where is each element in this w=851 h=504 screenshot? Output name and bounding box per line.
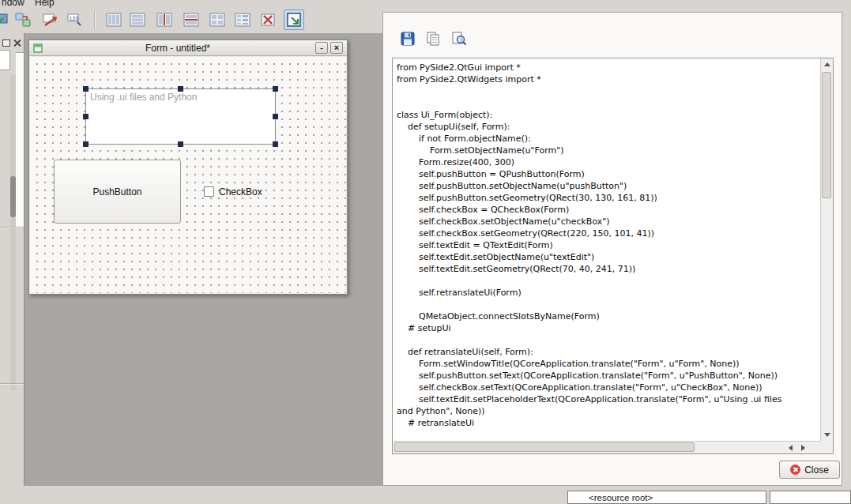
widget-box-dock-fragment	[0, 33, 24, 504]
scroll-left-icon[interactable]	[785, 442, 796, 453]
resize-handle[interactable]	[83, 86, 88, 92]
textedit-widget[interactable]: Using .ui files and Python	[85, 88, 276, 145]
resize-handle[interactable]	[273, 141, 278, 147]
scroll-down-icon[interactable]	[821, 429, 833, 441]
widget-list-fragment	[16, 52, 24, 228]
layout-vertical-splitter-icon[interactable]	[181, 9, 201, 30]
resize-handle[interactable]	[83, 114, 88, 119]
break-layout-icon[interactable]	[258, 9, 278, 30]
dock-divider	[0, 383, 24, 385]
dock-float-icon[interactable]	[1, 38, 11, 48]
resource-panel-fragment[interactable]	[770, 491, 851, 504]
layout-form-icon[interactable]	[232, 9, 253, 30]
edit-tab-order-icon[interactable]: 123	[65, 9, 85, 30]
edit-signals-slots-icon[interactable]	[13, 9, 33, 30]
resize-handle[interactable]	[83, 141, 88, 147]
vertical-scrollbar[interactable]	[820, 58, 833, 441]
dock-close-icon[interactable]	[12, 38, 22, 48]
save-icon[interactable]	[399, 30, 418, 49]
menu-window[interactable]: ndow	[2, 0, 24, 8]
resize-handle[interactable]	[178, 141, 183, 147]
adjust-size-icon[interactable]	[284, 9, 304, 30]
toolbar-separator	[94, 11, 96, 28]
edit-buddies-icon[interactable]	[40, 9, 60, 30]
form-canvas[interactable]: Using .ui files and Python PushButton Ch…	[30, 57, 346, 293]
code-view-dialog: from PySide2.QtGui import * from PySide2…	[382, 12, 842, 486]
resize-handle[interactable]	[273, 86, 278, 92]
form-window-titlebar[interactable]: Form - untitled* - ×	[29, 40, 347, 56]
scroll-right-icon[interactable]	[797, 442, 809, 453]
main-toolbar: 123	[0, 8, 382, 33]
form-window-title: Form - untitled*	[43, 43, 313, 54]
resize-handle[interactable]	[178, 86, 183, 92]
code-view[interactable]: from PySide2.QtGui import * from PySide2…	[392, 58, 834, 454]
menu-help[interactable]: Help	[35, 0, 55, 8]
edit-widgets-icon[interactable]	[0, 9, 12, 30]
dock-scrollbar-thumb[interactable]	[10, 176, 16, 217]
scrollbar-corner	[820, 441, 833, 453]
resource-root-item[interactable]: <resource root>	[567, 491, 766, 504]
vertical-scrollbar-thumb[interactable]	[822, 72, 831, 198]
widget-filter-box-fragment[interactable]	[0, 50, 10, 70]
close-button-label: Close	[804, 465, 829, 476]
resource-root-label: <resource root>	[589, 493, 653, 502]
layout-horizontal-icon[interactable]	[104, 9, 124, 30]
checkbox-label: CheckBox	[219, 186, 262, 197]
horizontal-scrollbar-thumb[interactable]	[394, 442, 695, 452]
checkbox-widget[interactable]: CheckBox	[204, 175, 284, 208]
horizontal-scrollbar[interactable]	[393, 441, 820, 453]
close-dialog-button[interactable]: Close	[779, 461, 840, 479]
find-icon[interactable]	[450, 30, 469, 49]
mdi-area: Form - untitled* - × Using .ui files and…	[24, 33, 382, 486]
svg-text:123: 123	[70, 16, 79, 21]
textedit-placeholder: Using .ui files and Python	[90, 92, 197, 103]
dock-scrollbar-track[interactable]	[10, 74, 16, 390]
form-window-icon	[33, 43, 43, 53]
dock-divider	[0, 227, 24, 228]
form-designer-window: Form - untitled* - × Using .ui files and…	[28, 39, 348, 295]
pushbutton-widget[interactable]: PushButton	[54, 160, 181, 224]
python-code[interactable]: from PySide2.QtGui import * from PySide2…	[397, 62, 819, 439]
layout-grid-icon[interactable]	[207, 9, 228, 30]
minimize-button[interactable]: -	[315, 42, 328, 54]
scroll-up-icon[interactable]	[821, 58, 833, 70]
layout-vertical-icon[interactable]	[127, 9, 148, 30]
copy-icon[interactable]	[424, 30, 443, 49]
close-window-button[interactable]: ×	[330, 42, 343, 54]
pushbutton-label: PushButton	[92, 186, 141, 197]
checkbox-indicator[interactable]	[204, 186, 214, 197]
close-circle-icon	[790, 465, 800, 475]
resize-handle[interactable]	[273, 114, 278, 119]
qt-designer-screen: ndow Help 123	[0, 0, 851, 504]
layout-horizontal-splitter-icon[interactable]	[154, 9, 175, 30]
